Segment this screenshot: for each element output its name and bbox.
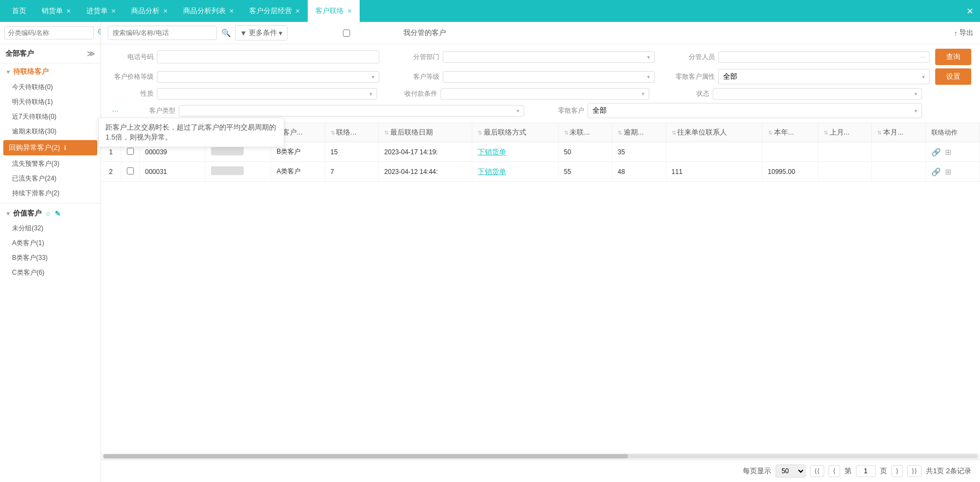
more-conditions-button[interactable]: ▼ 更多条件 ▾	[235, 25, 287, 40]
row2-grid-icon[interactable]: ⊞	[945, 167, 952, 176]
prev-page-button[interactable]: ⟨	[829, 465, 840, 477]
next-page-button[interactable]: ⟩	[891, 465, 903, 477]
total-records-label: 共1页 2条记录	[926, 466, 971, 476]
row1-contact-person	[666, 142, 762, 162]
sidebar-group-value[interactable]: ▼ 价值客户 ○ ✎	[0, 206, 101, 221]
sidebar-search-area: 🔍	[0, 22, 101, 44]
sidebar-item-repurchase-abnormal[interactable]: 回购异常客户(2) ℹ	[3, 140, 97, 155]
row1-action: 🔗 ⊞	[925, 142, 979, 162]
dept-select[interactable]: ▾	[443, 51, 654, 63]
scattered-customer-chevron: ▾	[914, 108, 917, 114]
status-select[interactable]: ▾	[713, 88, 922, 100]
th-this-year[interactable]: 本年...	[762, 123, 818, 142]
dept-chevron-icon: ▾	[647, 54, 650, 60]
close-product-analysis-tab[interactable]: ✕	[163, 8, 168, 15]
sidebar-search-icon[interactable]: 🔍	[97, 28, 101, 37]
nature-select[interactable]: ▾	[157, 88, 377, 100]
all-customers-label: 全部客户	[5, 49, 34, 59]
th-contact-person[interactable]: 往来单位联系人	[666, 123, 762, 142]
scattered-customer-value: 全部	[592, 106, 607, 115]
scrollbar-thumb[interactable]	[103, 454, 628, 458]
filter-search-icon[interactable]: 🔍	[221, 28, 231, 37]
nav-customer-contact[interactable]: 客户联络 ✕	[308, 0, 360, 22]
nav-product-analysis-list[interactable]: 商品分析列表 ✕	[175, 0, 242, 22]
row1-link-icon[interactable]: 🔗	[931, 148, 941, 156]
sidebar-item-declining[interactable]: 持续下滑客户(2)	[0, 186, 101, 201]
page-number-input[interactable]	[856, 465, 876, 477]
person-select[interactable]: ···	[718, 51, 930, 63]
sidebar-item-class-a[interactable]: A类客户(1)	[0, 236, 101, 251]
sidebar-item-churn-warning[interactable]: 流失预警客户(3)	[0, 156, 101, 171]
sidebar-item-churned[interactable]: 已流失客户(24)	[0, 171, 101, 186]
scrollbar-track[interactable]	[103, 454, 978, 458]
th-last-month[interactable]: 上月...	[818, 123, 872, 142]
row1-this-year	[762, 142, 818, 162]
scattered-attr-label: 零散客户属性	[671, 72, 715, 82]
row2-checkbox-cell[interactable]	[121, 162, 139, 182]
dept-label: 分管部门	[396, 53, 439, 62]
customer-type-select[interactable]: ▾	[179, 105, 524, 117]
th-overdue[interactable]: 逾期...	[612, 123, 666, 142]
sidebar-group-pending[interactable]: ▼ 待联络客户	[0, 63, 101, 80]
th-last-date[interactable]: 最后联络日期	[379, 123, 472, 142]
payment-select[interactable]: ▾	[441, 88, 650, 100]
nav-customer-segmentation[interactable]: 客户分层经营 ✕	[242, 0, 308, 22]
row1-last-method-link[interactable]: 下销货单	[478, 148, 506, 156]
row2-last-method-link[interactable]: 下销货单	[478, 167, 506, 176]
row1-last-method[interactable]: 下销货单	[472, 142, 558, 162]
nav-sales[interactable]: 销货单 ✕	[34, 0, 79, 22]
row2-last-method[interactable]: 下销货单	[472, 162, 558, 182]
sidebar-item-ungrouped[interactable]: 未分组(32)	[0, 221, 101, 236]
sidebar-item-7days[interactable]: 近7天待联络(0)	[0, 109, 101, 124]
th-last-method[interactable]: 最后联络方式	[472, 123, 558, 142]
more-filters-dots[interactable]: ···	[110, 106, 121, 115]
value-group-edit-icon[interactable]: ○	[46, 210, 50, 218]
row2-name	[205, 162, 271, 182]
value-group-settings-icon[interactable]: ✎	[55, 210, 61, 218]
my-customers-checkbox-label[interactable]: 我分管的客户	[292, 28, 446, 38]
sidebar-item-tomorrow[interactable]: 明天待联络(1)	[0, 95, 101, 109]
sidebar-search-input[interactable]	[4, 26, 94, 39]
query-button[interactable]: 查询	[935, 49, 971, 65]
close-sales-tab[interactable]: ✕	[66, 8, 71, 15]
customer-level-select[interactable]: ▾	[443, 71, 654, 83]
last-page-button[interactable]: ⟩⟩	[907, 465, 922, 477]
export-button[interactable]: ↑ 导出	[954, 28, 974, 38]
data-table-container: ⚙ 客户编码 客户名称 客户...	[101, 123, 980, 453]
nav-purchase[interactable]: 进货单 ✕	[79, 0, 124, 22]
nav-product-analysis[interactable]: 商品分析 ✕	[124, 0, 175, 22]
sidebar-item-class-b[interactable]: B类客户(33)	[0, 251, 101, 265]
row1-grid-icon[interactable]: ⊞	[945, 148, 952, 156]
search-input[interactable]	[108, 26, 217, 40]
th-this-month[interactable]: 本月...	[872, 123, 926, 142]
nav-home[interactable]: 首页	[4, 0, 34, 22]
row1-checkbox[interactable]	[127, 148, 134, 155]
price-level-select[interactable]: ▾	[157, 71, 379, 83]
close-customer-contact-tab[interactable]: ✕	[347, 8, 352, 15]
my-customers-checkbox[interactable]	[292, 30, 401, 37]
filter-field-phone: 电话号码	[110, 50, 379, 63]
first-page-button[interactable]: ⟨⟨	[810, 465, 824, 477]
settings-button[interactable]: 设置	[935, 68, 971, 85]
horizontal-scrollbar[interactable]	[101, 453, 980, 460]
row2-checkbox[interactable]	[127, 167, 134, 175]
close-product-analysis-list-tab[interactable]: ✕	[229, 8, 234, 15]
sidebar-item-class-c[interactable]: C类客户(6)	[0, 265, 101, 280]
scattered-attr-select[interactable]: 全部 ▾	[718, 69, 930, 84]
filter-field-dept: 分管部门 ▾	[385, 51, 654, 63]
th-contact-count[interactable]: 联络...	[325, 123, 379, 142]
scattered-customer-select[interactable]: 全部 ▾	[588, 103, 922, 118]
row2-last-month	[818, 162, 872, 182]
sidebar-item-overdue[interactable]: 逾期未联络(30)	[0, 124, 101, 139]
window-close-button[interactable]: ✕	[966, 6, 973, 16]
sidebar-item-today[interactable]: 今天待联络(0)	[0, 80, 101, 95]
sidebar-collapse-icon[interactable]: ≫	[87, 49, 95, 58]
phone-input[interactable]	[157, 50, 379, 63]
close-purchase-tab[interactable]: ✕	[111, 8, 116, 15]
per-page-select[interactable]: 50 100 200	[776, 464, 806, 478]
row1-overdue: 35	[612, 142, 666, 162]
customer-type-chevron: ▾	[517, 108, 519, 114]
close-customer-segmentation-tab[interactable]: ✕	[295, 8, 300, 15]
row2-link-icon[interactable]: 🔗	[931, 167, 941, 176]
th-uncontacted[interactable]: 未联...	[558, 123, 612, 142]
